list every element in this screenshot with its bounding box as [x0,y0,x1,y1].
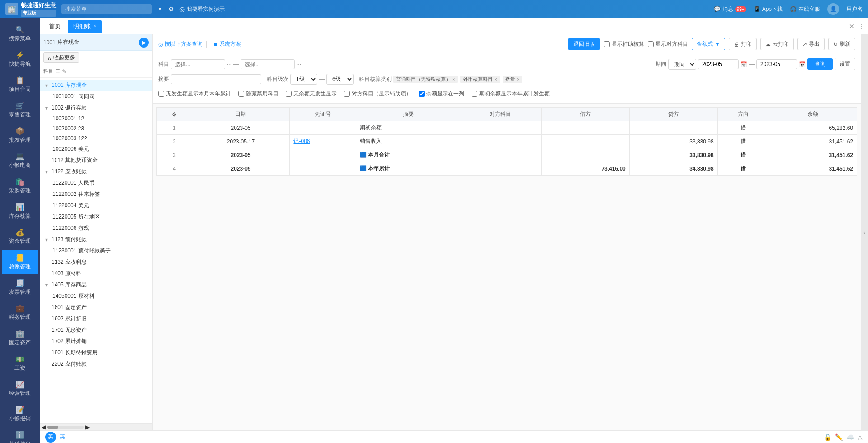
export-btn[interactable]: ↗ 导出 [797,38,825,50]
col-settings[interactable]: ⚙ [157,108,192,121]
cloud-print-btn[interactable]: ☁ 云打印 [760,38,794,50]
lock-icon[interactable]: 🔒 [824,433,831,441]
account-item-1702[interactable]: 1702 累计摊销 [40,336,152,347]
col-balance[interactable]: 余额 [769,108,857,121]
account-nav-btn[interactable]: ▶ [139,38,149,48]
col-opposite[interactable]: 对方科目 [460,108,542,121]
show-aux-checkbox[interactable]: 显示辅助核算 [604,40,644,48]
account-item-1002[interactable]: ▾ 1002 银行存款 [40,102,152,114]
voucher-link[interactable]: 记-006 [293,138,310,144]
sidebar-item-project[interactable]: 📋 项目合同 [2,72,38,97]
sidebar-item-search[interactable]: 🔍 搜索菜单 [2,22,38,46]
system-scheme-item[interactable]: 系统方案 [210,38,245,50]
sidebar-item-basic[interactable]: ℹ️ 基础信息 [2,427,38,443]
account-item-10020002[interactable]: 10020002 23 [40,124,152,133]
show-opposite-checkbox[interactable]: 显示对方科目 [648,40,688,48]
account-item-2202[interactable]: 2202 应付账款 [40,358,152,370]
upload-icon[interactable]: △ [858,433,863,441]
sidebar-item-purchase[interactable]: 🛍️ 采购管理 [2,174,38,198]
summary-input[interactable] [171,74,261,84]
expand-more-btn[interactable]: ∧ 收起更多 [43,52,79,63]
account-item-10010001[interactable]: 10010001 同同同 [40,91,152,102]
row-2-voucher[interactable]: 记-006 [290,135,356,148]
account-item-11230001[interactable]: 11230001 预付账款美子 [40,245,152,257]
scroll-right-btn[interactable]: ▶ [85,424,90,430]
sidebar-item-tax[interactable]: 💼 税务管理 [2,300,38,325]
settings-icon[interactable]: ⚙ [168,5,174,13]
account-item-14050001[interactable]: 14050001 原材料 [40,291,152,302]
account-item-10020006[interactable]: 10020006 美元 [40,143,152,155]
dropdown-arrow[interactable]: ▼ [157,6,163,12]
col-summary[interactable]: 摘要 [356,108,460,121]
account-item-11220004[interactable]: 11220004 美元 [40,200,152,211]
tab-close-btn[interactable]: × [94,24,96,29]
account-item-1405[interactable]: ▾ 1405 库存商品 [40,279,152,291]
sidebar-item-ecom[interactable]: 💻 小畅电商 [2,148,38,173]
account-item-10020003[interactable]: 10020003 122 [40,133,152,143]
print-btn[interactable]: 🖨 打印 [729,38,757,50]
account-item-1701[interactable]: 1701 无形资产 [40,324,152,336]
account-item-11220005[interactable]: 11220005 所在地区 [40,211,152,223]
account-item-10020001[interactable]: 10020001 12 [40,114,152,124]
account-item-1602[interactable]: 1602 累计折旧 [40,313,152,324]
check-opposite-subject[interactable]: 对方科目（显示辅助项） [344,90,411,98]
online-service-btn[interactable]: 🎧 在线客服 [790,5,820,13]
col-voucher[interactable]: 凭证号 [290,108,356,121]
account-item-11220002[interactable]: 11220002 往来标签 [40,189,152,200]
check-no-balance[interactable]: 无发生额显示本月本年累计 [158,90,231,98]
subject-input-2[interactable] [241,59,295,69]
tag-normal-close[interactable]: × [452,76,455,82]
tag-foreign-close[interactable]: × [494,76,497,82]
check-period-balance[interactable]: 期初余额显示本年累计发生额 [472,90,550,98]
sidebar-item-inventory[interactable]: 📊 库存核算 [2,199,38,224]
col-credit[interactable]: 贷方 [629,108,717,121]
list-icon[interactable]: ☰ [55,68,60,75]
right-edge-toggle[interactable]: ‹ [861,34,868,430]
calendar-to-icon[interactable]: 📅 [799,61,806,67]
check-balance-one-col[interactable]: 余额显示在一列 [419,90,464,98]
sidebar-item-finance[interactable]: 💰 资金管理 [2,224,38,249]
account-item-1123[interactable]: ▾ 1123 预付账款 [40,234,152,245]
back-to-old-btn[interactable]: 退回旧版 [568,38,600,50]
account-item-1132[interactable]: 1132 应收利息 [40,257,152,268]
edit-icon[interactable]: ✎ [62,68,66,75]
col-debit[interactable]: 借方 [541,108,629,121]
demo-link[interactable]: ◎ 我要看实例演示 [179,5,225,13]
subject-input[interactable] [171,59,225,69]
subject-more-btn[interactable]: ··· [227,61,231,67]
refresh-btn[interactable]: ↻ 刷新 [828,38,855,50]
query-btn[interactable]: 查询 [807,58,833,70]
col-date[interactable]: 日期 [192,108,290,121]
messages-btn[interactable]: 💬 消息 99+ [714,5,746,13]
sidebar-item-retail[interactable]: 🛒 零售管理 [2,98,38,122]
status-english-text[interactable]: 英 [60,433,65,441]
level-from-select[interactable]: 1级 [290,74,317,85]
sidebar-item-ledger[interactable]: 📒 总账管理 [2,250,38,274]
tab-home[interactable]: 首页 [43,20,66,33]
account-item-11220001[interactable]: 11220001 人民币 [40,177,152,189]
account-item-1403[interactable]: 1403 原材料 [40,268,152,279]
tabs-close-all-btn[interactable]: ✕ [849,23,854,30]
sidebar-item-salary[interactable]: 💵 工资 [2,351,38,376]
sidebar-item-business[interactable]: 📈 经营管理 [2,376,38,401]
account-item-11220006[interactable]: 11220006 游戏 [40,223,152,234]
period-to-input[interactable] [756,59,797,69]
col-direction[interactable]: 方向 [717,108,769,121]
sidebar-item-quick-nav[interactable]: ⚡ 快捷导航 [2,47,38,71]
tab-current[interactable]: 明细账 × [68,20,102,33]
sidebar-item-sales[interactable]: 📝 小畅报销 [2,402,38,426]
period-from-input[interactable] [698,59,739,69]
avatar[interactable]: 👤 [827,3,839,15]
sidebar-item-wholesale[interactable]: 📦 批发管理 [2,123,38,148]
search-input[interactable] [61,4,152,14]
check-hide-disabled[interactable]: 隐藏禁用科目 [238,90,278,98]
calendar-from-icon[interactable]: 📅 [741,61,747,67]
edit-status-icon[interactable]: ✏️ [835,433,843,441]
cloud-status-icon[interactable]: ☁️ [846,433,854,441]
amount-style-btn[interactable]: 金额式 ▼ [692,38,725,50]
account-item-1801[interactable]: 1801 长期待摊费用 [40,347,152,358]
sidebar-item-fixed-assets[interactable]: 🏢 固定资产 [2,326,38,350]
scroll-left-btn[interactable]: ◀ [42,424,46,430]
query-scheme-btn[interactable]: ◎ 按以下方案查询 [158,40,203,48]
tag-qty-close[interactable]: × [517,76,519,82]
